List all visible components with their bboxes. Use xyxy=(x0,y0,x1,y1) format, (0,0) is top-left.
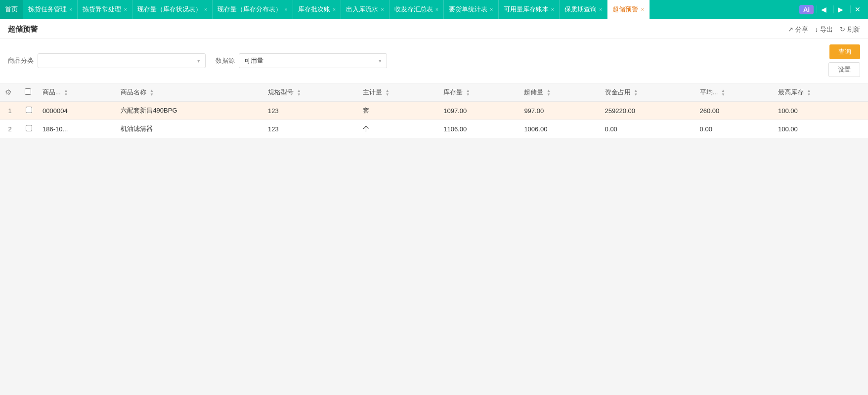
nav-close-batch-account[interactable]: × xyxy=(333,6,336,12)
row-product-code-1: 186-10... xyxy=(38,120,116,138)
set-button[interactable]: 设置 xyxy=(828,62,860,77)
page-header: 超储预警 ↗ 分享 ↓ 导出 ↻ 刷新 xyxy=(0,19,868,39)
nav-item-order-stat[interactable]: 要货单统计表× xyxy=(444,0,498,19)
nav-close-overstock-warning[interactable]: × xyxy=(641,6,644,12)
nav-item-in-out-flow[interactable]: 出入库流水× xyxy=(341,0,389,19)
th-product-name[interactable]: 商品名称 ▲▼ xyxy=(116,83,263,102)
nav-item-inventory-status[interactable]: 现存量（库存状况表）× xyxy=(132,0,213,19)
th-product-name-label: 商品名称 xyxy=(121,88,146,96)
nav-item-batch-account[interactable]: 库存批次账× xyxy=(293,0,341,19)
table-header-row: ⚙ 商品... ▲▼ 商品名称 ▲▼ 规格型号 ▲▼ xyxy=(0,83,868,102)
sort-max-stock-icon: ▲▼ xyxy=(807,89,811,97)
refresh-button[interactable]: ↻ 刷新 xyxy=(840,25,860,34)
nav-close-inventory-status[interactable]: × xyxy=(204,6,207,12)
sort-capital-icon: ▲▼ xyxy=(634,89,638,97)
nav-close-arrow[interactable]: ✕ xyxy=(850,5,864,13)
th-settings: ⚙ xyxy=(0,83,20,102)
nav-item-overstock-warning[interactable]: 超储预警× xyxy=(608,0,649,19)
sort-stock-icon: ▲▼ xyxy=(466,89,470,97)
category-select[interactable]: ▾ xyxy=(38,53,206,68)
nav-item-task-mgmt[interactable]: 拣货任务管理× xyxy=(23,0,78,19)
sort-overstock-icon: ▲▼ xyxy=(547,89,551,97)
row-capital-1: 0.00 xyxy=(600,120,695,138)
th-spec-label: 规格型号 xyxy=(268,88,294,96)
category-filter-item: 商品分类 ▾ xyxy=(8,53,206,68)
share-icon: ↗ xyxy=(788,26,793,33)
ai-badge: Ai xyxy=(799,5,814,14)
row-overstock-0: 997.00 xyxy=(519,102,600,120)
refresh-label: 刷新 xyxy=(847,25,860,34)
th-capital[interactable]: 资金占用 ▲▼ xyxy=(600,83,695,102)
category-label: 商品分类 xyxy=(8,56,34,65)
row-checkbox-1[interactable] xyxy=(26,125,32,131)
query-button[interactable]: 查询 xyxy=(829,44,860,59)
settings-gear-icon[interactable]: ⚙ xyxy=(5,88,11,96)
export-icon: ↓ xyxy=(815,26,819,33)
table-row: 1 0000004 六配套新昌490BPG 123 套 1097.00 997.… xyxy=(0,102,868,120)
nav-item-abnormal[interactable]: 拣货异常处理× xyxy=(78,0,132,19)
datasource-select[interactable]: 可用量 ▾ xyxy=(239,53,387,68)
sort-spec-icon: ▲▼ xyxy=(297,89,301,97)
nav-close-inventory-dist[interactable]: × xyxy=(284,6,287,12)
top-bar-right: Ai ◀ ▶ ✕ xyxy=(799,5,868,14)
nav-item-avail-ledger[interactable]: 可用量库存账本× xyxy=(499,0,560,19)
nav-close-avail-ledger[interactable]: × xyxy=(551,6,554,12)
export-button[interactable]: ↓ 导出 xyxy=(815,25,833,34)
filter-actions: 查询 设置 xyxy=(828,44,860,77)
nav-close-abnormal[interactable]: × xyxy=(124,6,127,12)
table-body: 1 0000004 六配套新昌490BPG 123 套 1097.00 997.… xyxy=(0,102,868,138)
row-product-name-1: 机油滤清器 xyxy=(116,120,263,138)
sort-avg-icon: ▲▼ xyxy=(721,89,725,97)
row-product-code-0: 0000004 xyxy=(38,102,116,120)
th-capital-label: 资金占用 xyxy=(605,88,631,96)
select-all-checkbox[interactable] xyxy=(25,88,31,95)
th-product-code-label: 商品... xyxy=(43,88,61,96)
row-unit-0: 套 xyxy=(358,102,438,120)
row-checkbox-0[interactable] xyxy=(26,107,32,113)
page-title: 超储预警 xyxy=(8,25,38,34)
data-table: ⚙ 商品... ▲▼ 商品名称 ▲▼ 规格型号 ▲▼ xyxy=(0,83,868,138)
nav-item-home[interactable]: 首页 xyxy=(0,0,23,19)
header-actions: ↗ 分享 ↓ 导出 ↻ 刷新 xyxy=(788,25,861,34)
datasource-label: 数据源 xyxy=(216,56,235,65)
nav-next-arrow[interactable]: ▶ xyxy=(833,5,847,13)
th-overstock[interactable]: 超储量 ▲▼ xyxy=(519,83,600,102)
th-overstock-label: 超储量 xyxy=(524,88,543,96)
th-unit[interactable]: 主计量 ▲▼ xyxy=(358,83,438,102)
nav-close-collect-send[interactable]: × xyxy=(435,6,438,12)
row-stock-0: 1097.00 xyxy=(438,102,519,120)
sort-product-name-icon: ▲▼ xyxy=(150,89,154,97)
th-stock[interactable]: 库存量 ▲▼ xyxy=(438,83,519,102)
share-label: 分享 xyxy=(795,25,808,34)
datasource-chevron-icon: ▾ xyxy=(379,58,382,64)
row-spec-0: 123 xyxy=(263,102,358,120)
th-avg-label: 平均... xyxy=(700,88,718,96)
row-max-stock-1: 100.00 xyxy=(773,120,868,138)
nav-item-inventory-dist[interactable]: 现存量（库存分布表）× xyxy=(213,0,293,19)
nav-item-collect-send[interactable]: 收发存汇总表× xyxy=(390,0,444,19)
row-capital-0: 259220.00 xyxy=(600,102,695,120)
th-max-stock[interactable]: 最高库存 ▲▼ xyxy=(773,83,868,102)
nav-close-order-stat[interactable]: × xyxy=(490,6,493,12)
nav-prev-arrow[interactable]: ◀ xyxy=(817,5,830,13)
nav-close-in-out-flow[interactable]: × xyxy=(381,6,384,12)
export-label: 导出 xyxy=(820,25,833,34)
nav-close-task-mgmt[interactable]: × xyxy=(69,6,72,12)
row-overstock-1: 1006.00 xyxy=(519,120,600,138)
th-avg[interactable]: 平均... ▲▼ xyxy=(695,83,773,102)
top-nav: 首页拣货任务管理×拣货异常处理×现存量（库存状况表）×现存量（库存分布表）×库存… xyxy=(0,0,868,19)
row-checkbox-cell-1 xyxy=(20,120,38,138)
row-product-name-0: 六配套新昌490BPG xyxy=(116,102,263,120)
share-button[interactable]: ↗ 分享 xyxy=(788,25,808,34)
nav-item-quality-check[interactable]: 保质期查询× xyxy=(560,0,608,19)
row-num-1: 2 xyxy=(0,120,20,138)
th-spec[interactable]: 规格型号 ▲▼ xyxy=(263,83,358,102)
table-row: 2 186-10... 机油滤清器 123 个 1106.00 1006.00 … xyxy=(0,120,868,138)
row-max-stock-0: 100.00 xyxy=(773,102,868,120)
row-avg-1: 0.00 xyxy=(695,120,773,138)
row-spec-1: 123 xyxy=(263,120,358,138)
th-stock-label: 库存量 xyxy=(443,88,463,96)
th-product-code[interactable]: 商品... ▲▼ xyxy=(38,83,116,102)
nav-close-quality-check[interactable]: × xyxy=(599,6,602,12)
row-unit-1: 个 xyxy=(358,120,438,138)
